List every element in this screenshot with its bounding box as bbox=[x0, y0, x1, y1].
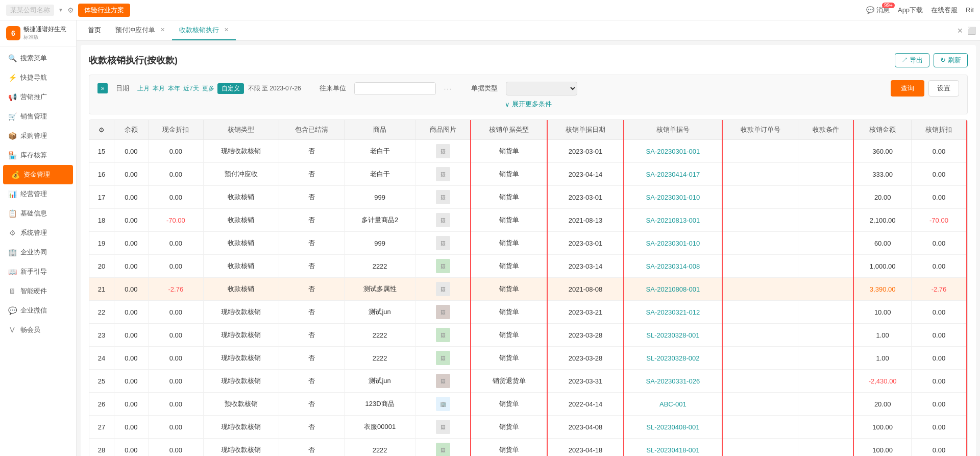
source-input[interactable] bbox=[354, 82, 436, 95]
source-label: 往来单位 bbox=[320, 84, 346, 93]
cell-payment-term bbox=[798, 439, 853, 457]
cell-goods-img: 🖼 bbox=[415, 301, 471, 324]
sidebar-item-system[interactable]: ⚙系统管理 bbox=[0, 223, 76, 243]
cell-bill-no[interactable]: SA-20230331-026 bbox=[624, 370, 722, 393]
sidebar-item-wechat[interactable]: 💬企业微信 bbox=[0, 301, 76, 320]
bill-no-link[interactable]: SA-20230314-008 bbox=[646, 262, 700, 270]
sidebar-item-member[interactable]: V畅会员 bbox=[0, 320, 76, 340]
sidebar-item-purchase[interactable]: 📦采购管理 bbox=[0, 126, 76, 146]
date-custom-button[interactable]: 自定义 bbox=[217, 83, 244, 94]
cell-balance: 0.00 bbox=[114, 393, 148, 416]
bill-no-link[interactable]: SA-20230301-010 bbox=[646, 194, 700, 201]
tab-close-icon[interactable]: ✕ bbox=[957, 27, 963, 35]
tab-home[interactable]: 首页 bbox=[81, 21, 108, 40]
bill-no-link[interactable]: SA-20210813-001 bbox=[646, 217, 700, 224]
sidebar-item-marketing[interactable]: 📢营销推广 bbox=[0, 87, 76, 107]
sidebar-item-inventory[interactable]: 🏪库存核算 bbox=[0, 146, 76, 165]
cell-goods: 老白干 bbox=[344, 163, 415, 186]
tab-maximize-icon[interactable]: ⬜ bbox=[967, 27, 976, 35]
refresh-button[interactable]: ↻ 刷新 bbox=[934, 53, 968, 67]
settings-button[interactable]: 设置 bbox=[928, 80, 959, 97]
sidebar-item-finance[interactable]: 💰资金管理 bbox=[3, 165, 73, 184]
cell-payment-term bbox=[798, 140, 853, 163]
cell-bill-type: 销货单 bbox=[471, 347, 547, 370]
cell-verify-type: 现结收款核销 bbox=[203, 370, 279, 393]
user-name[interactable]: Rit bbox=[966, 6, 974, 14]
bill-no-link[interactable]: SA-20230321-012 bbox=[646, 308, 700, 316]
sidebar-item-hardware[interactable]: 🖥智能硬件 bbox=[0, 281, 76, 301]
cell-order-no bbox=[722, 186, 798, 209]
cell-bill-no[interactable]: SA-20230314-008 bbox=[624, 255, 722, 278]
cell-order-no bbox=[722, 301, 798, 324]
cell-bill-no[interactable]: SA-20210813-001 bbox=[624, 209, 722, 232]
bill-no-link[interactable]: SL-20230408-001 bbox=[646, 423, 699, 431]
cell-bill-no[interactable]: SA-20230301-010 bbox=[624, 186, 722, 209]
cell-bill-date: 2023-04-18 bbox=[547, 439, 624, 457]
sidebar-item-quick[interactable]: ⚡快捷导航 bbox=[0, 68, 76, 87]
app-download-link[interactable]: App下载 bbox=[898, 6, 923, 15]
th-gear[interactable]: ⚙ bbox=[89, 120, 114, 140]
tab-prepay-close[interactable]: ✕ bbox=[160, 27, 165, 33]
export-button[interactable]: ↗ 导出 bbox=[895, 53, 930, 67]
sidebar-item-search[interactable]: 🔍搜索菜单 bbox=[0, 49, 76, 68]
sidebar-icon-wechat: 💬 bbox=[8, 306, 16, 315]
type-label: 单据类型 bbox=[471, 84, 498, 93]
chevron-down-icon[interactable]: ▼ bbox=[58, 7, 63, 13]
cell-bill-no[interactable]: SA-20210808-001 bbox=[624, 278, 722, 301]
sidebar-item-operation[interactable]: 📊经营管理 bbox=[0, 184, 76, 204]
sidebar-item-basic[interactable]: 📋基础信息 bbox=[0, 204, 76, 223]
gear-icon[interactable]: ⚙ bbox=[67, 6, 74, 14]
cell-bill-no[interactable]: SL-20230408-001 bbox=[624, 416, 722, 439]
date-this-year[interactable]: 本年 bbox=[168, 84, 180, 93]
th-verify-discount: 核销折扣 bbox=[911, 120, 967, 140]
bill-no-link[interactable]: SA-20230414-017 bbox=[646, 171, 700, 178]
search-button[interactable]: 查询 bbox=[891, 80, 924, 97]
message-icon[interactable]: 💬 消息 99+ bbox=[866, 6, 890, 15]
cell-bill-no[interactable]: SA-20230321-012 bbox=[624, 301, 722, 324]
source-dots: ··· bbox=[444, 85, 453, 92]
sidebar-item-sales[interactable]: 🛒销售管理 bbox=[0, 107, 76, 126]
th-cash-discount: 现金折扣 bbox=[148, 120, 203, 140]
cell-bill-no[interactable]: SA-20230301-001 bbox=[624, 140, 722, 163]
table-row: 25 0.00 0.00 现结收款核销 否 测试jun 🖼 销货退货单 2023… bbox=[89, 370, 967, 393]
bill-no-link[interactable]: SA-20230331-026 bbox=[646, 377, 700, 385]
tab-collect[interactable]: 收款核销执行 ✕ bbox=[172, 21, 236, 40]
cell-goods-img: 🖼 bbox=[415, 347, 471, 370]
sidebar-item-guide[interactable]: 📖新手引导 bbox=[0, 262, 76, 281]
cell-cash-discount: 0.00 bbox=[148, 347, 203, 370]
cell-cash-discount: 0.00 bbox=[148, 324, 203, 347]
expand-more-button[interactable]: ∨ 展开更多条件 bbox=[505, 100, 552, 109]
cell-bill-no[interactable]: SA-20230414-017 bbox=[624, 163, 722, 186]
bill-no-link[interactable]: SA-20230301-001 bbox=[646, 148, 700, 155]
cell-order-no bbox=[722, 163, 798, 186]
content-area: 首页 预付冲应付单 ✕ 收款核销执行 ✕ ✕ ⬜ 收款核销执行(按收款) bbox=[77, 20, 980, 456]
sidebar-item-enterprise[interactable]: 🏢企业协同 bbox=[0, 243, 76, 262]
cell-order-no bbox=[722, 324, 798, 347]
tab-prepay[interactable]: 预付冲应付单 ✕ bbox=[108, 21, 172, 40]
cell-bill-no[interactable]: SL-20230328-001 bbox=[624, 324, 722, 347]
date-last-month[interactable]: 上月 bbox=[137, 84, 150, 93]
bill-no-link[interactable]: SL-20230328-002 bbox=[646, 354, 699, 362]
cell-verify-type: 预付冲应收 bbox=[203, 163, 279, 186]
filter-expand-button[interactable]: » bbox=[97, 83, 108, 93]
cell-bill-no[interactable]: ABC-001 bbox=[624, 393, 722, 416]
bill-no-link[interactable]: SA-20210808-001 bbox=[646, 285, 700, 293]
type-select[interactable] bbox=[506, 82, 577, 95]
cell-verify-type: 现结收款核销 bbox=[203, 301, 279, 324]
cell-bill-no[interactable]: SA-20230301-010 bbox=[624, 232, 722, 255]
cell-bill-no[interactable]: SL-20230418-001 bbox=[624, 439, 722, 457]
bill-no-link[interactable]: ABC-001 bbox=[659, 400, 687, 408]
bill-no-link[interactable]: SL-20230418-001 bbox=[646, 446, 699, 454]
online-service-link[interactable]: 在线客服 bbox=[931, 6, 958, 15]
table-row: 28 0.00 0.00 现结收款核销 否 2222 🖼 销货单 2023-04… bbox=[89, 439, 967, 457]
date-more[interactable]: 更多 bbox=[202, 84, 214, 93]
tab-collect-close[interactable]: ✕ bbox=[224, 27, 229, 33]
date-last-7days[interactable]: 近7天 bbox=[183, 84, 199, 93]
cell-goods-img: 🖼 bbox=[415, 209, 471, 232]
industry-solution-button[interactable]: 体验行业方案 bbox=[78, 4, 130, 17]
cell-bill-no[interactable]: SL-20230328-002 bbox=[624, 347, 722, 370]
cell-include-cleared: 否 bbox=[279, 301, 344, 324]
date-this-month[interactable]: 本月 bbox=[153, 84, 165, 93]
bill-no-link[interactable]: SL-20230328-001 bbox=[646, 331, 699, 339]
bill-no-link[interactable]: SA-20230301-010 bbox=[646, 239, 700, 247]
